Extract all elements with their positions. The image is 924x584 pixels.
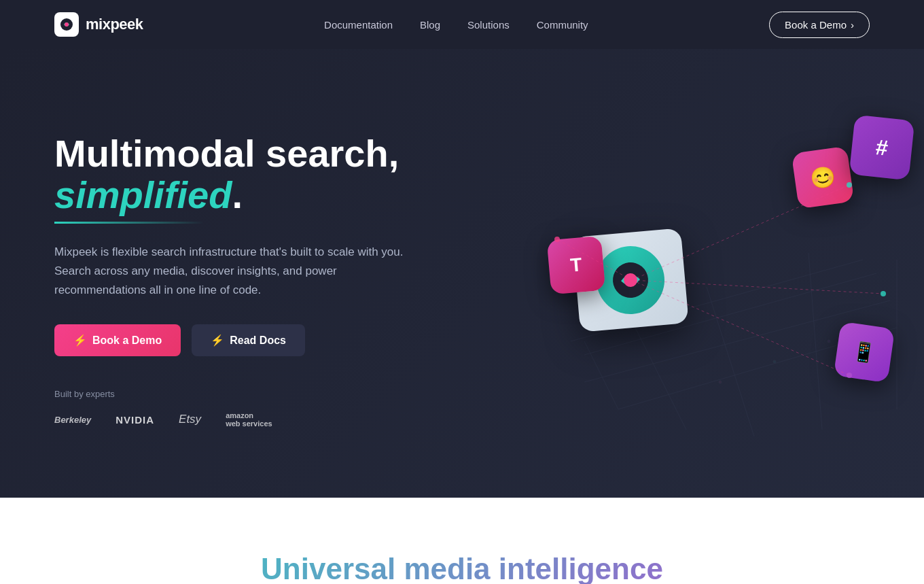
svg-line-6 <box>584 341 618 409</box>
navbar: mixpeek Documentation Blog Solutions Com… <box>0 0 924 49</box>
hero-description: Mixpeek is flexible search infrastructur… <box>54 243 421 300</box>
svg-point-11 <box>719 381 722 383</box>
logo-text: mixpeek <box>86 16 143 33</box>
hero-demo-label: Book a Demo <box>92 334 162 347</box>
nav-item-community[interactable]: Community <box>537 19 588 31</box>
svg-line-8 <box>707 287 754 436</box>
floating-card-mobile: 📱 <box>834 322 895 383</box>
hero-underline <box>54 222 204 224</box>
hero-buttons: Book a Demo Read Docs <box>54 324 462 356</box>
partner-aws: amazonweb services <box>226 411 272 428</box>
hero-docs-label: Read Docs <box>230 334 286 347</box>
floating-card-letter: T <box>547 236 606 295</box>
svg-line-9 <box>808 253 822 430</box>
hero-title: Multimodal search, simplified. <box>54 133 462 216</box>
partner-nvidia: NVIDIA <box>116 414 154 426</box>
hero-docs-button[interactable]: Read Docs <box>192 324 305 356</box>
hero-title-accent: simplified <box>54 173 232 216</box>
section2-title: Universal media intelligence <box>54 552 870 584</box>
bolt-icon-2 <box>211 334 224 347</box>
nav-links: Documentation Blog Solutions Community <box>324 19 588 31</box>
partner-etsy: Etsy <box>179 413 201 426</box>
nav-cta-label: Book a Demo <box>785 19 847 31</box>
arrow-icon: › <box>851 19 854 31</box>
partner-logos: Berkeley NVIDIA Etsy amazonweb services <box>54 411 462 428</box>
bolt-icon-1 <box>73 334 87 347</box>
nav-item-blog[interactable]: Blog <box>420 19 440 31</box>
floating-card-emoji: 😊 <box>792 146 855 209</box>
nav-item-solutions[interactable]: Solutions <box>467 19 510 31</box>
hero-demo-button[interactable]: Book a Demo <box>54 324 181 356</box>
svg-point-13 <box>828 340 830 343</box>
hero-title-line1: Multimodal search, <box>54 132 399 175</box>
hero-title-period: . <box>232 173 243 216</box>
logo[interactable]: mixpeek <box>54 12 143 37</box>
built-by-label: Built by experts <box>54 389 462 399</box>
hero-illustration: 😊 # T 📱 <box>516 97 924 450</box>
hero-content: Multimodal search, simplified. Mixpeek i… <box>54 133 462 428</box>
nav-cta-button[interactable]: Book a Demo › <box>769 12 870 38</box>
hero-section: Multimodal search, simplified. Mixpeek i… <box>0 49 924 498</box>
nav-item-documentation[interactable]: Documentation <box>324 19 393 31</box>
svg-point-21 <box>881 291 886 296</box>
svg-point-1 <box>65 22 69 27</box>
partner-berkeley: Berkeley <box>54 415 91 425</box>
svg-line-7 <box>632 321 686 430</box>
svg-point-12 <box>773 360 776 363</box>
floating-card-hash: # <box>849 115 915 181</box>
logo-icon <box>54 12 79 37</box>
section2: Universal media intelligence Find anythi… <box>0 498 924 584</box>
